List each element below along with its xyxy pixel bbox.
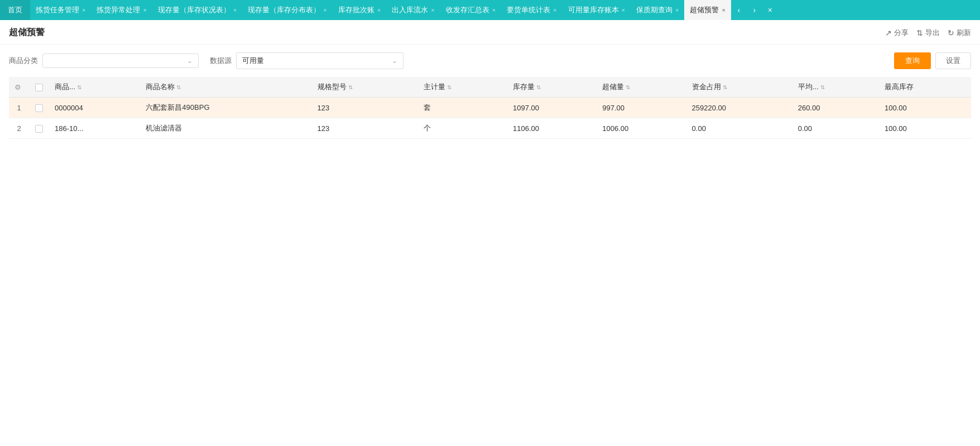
spec-cell: 123 (312, 98, 418, 118)
capital-cell: 259220.00 (686, 98, 792, 118)
avg-col-header[interactable]: 平均... ⇅ (792, 77, 879, 98)
table-row: 2 186-10... 机油滤清器 123 个 1106.00 1006.00 … (9, 118, 971, 139)
max-stock-cell: 100.00 (879, 98, 971, 118)
close-tab-3[interactable]: × (233, 7, 237, 13)
refresh-button[interactable]: ↻ 刷新 (948, 28, 971, 38)
row-number: 1 (9, 98, 29, 118)
refresh-icon: ↻ (948, 28, 954, 37)
row-checkbox-cell (29, 118, 49, 139)
nav-item-11[interactable]: 超储预警 × (684, 0, 731, 20)
query-button[interactable]: 查询 (894, 52, 931, 69)
avg-cell: 0.00 (792, 118, 879, 139)
row-checkbox[interactable] (35, 125, 43, 133)
close-tab-7[interactable]: × (492, 7, 496, 13)
stock-col-header[interactable]: 库存量 ⇅ (507, 77, 597, 98)
overstock-cell: 1006.00 (597, 118, 686, 139)
sort-product-name-icon: ⇅ (176, 84, 181, 90)
data-table: ⚙ 商品... ⇅ 商品名称 ⇅ (9, 77, 971, 139)
close-tab-11[interactable]: × (722, 7, 725, 13)
nav-item-7[interactable]: 收发存汇总表 × (440, 0, 501, 20)
nav-item-10[interactable]: 保质期查询 × (631, 0, 684, 20)
nav-arrow-right[interactable]: › (747, 0, 762, 20)
settings-col-header: ⚙ (9, 77, 29, 98)
nav-item-8[interactable]: 要货单统计表 × (501, 0, 562, 20)
close-tab-1[interactable]: × (82, 7, 85, 13)
unit-cell: 个 (418, 118, 507, 139)
sort-unit-icon: ⇅ (447, 84, 451, 90)
sort-product-code-icon: ⇅ (77, 84, 81, 90)
product-name-cell: 机油滤清器 (140, 118, 311, 139)
spec-col-header[interactable]: 规格型号 ⇅ (312, 77, 418, 98)
export-button[interactable]: ⇅ 导出 (916, 28, 940, 38)
page-title: 超储预警 (9, 27, 45, 38)
datasource-filter: 数据源 可用量 ⌄ (210, 52, 403, 69)
nav-item-1[interactable]: 拣货任务管理 × (30, 0, 91, 20)
close-tab-2[interactable]: × (143, 7, 146, 13)
datasource-value: 可用量 (242, 56, 264, 66)
nav-item-5[interactable]: 库存批次账 × (333, 0, 386, 20)
category-filter: 商品分类 ⌄ (9, 54, 199, 68)
product-name-col-header[interactable]: 商品名称 ⇅ (140, 77, 311, 98)
stock-cell: 1097.00 (507, 98, 597, 118)
datasource-select[interactable]: 可用量 ⌄ (236, 52, 403, 69)
stock-cell: 1106.00 (507, 118, 597, 139)
share-icon: ↗ (885, 28, 892, 37)
close-tab-9[interactable]: × (622, 7, 625, 13)
capital-cell: 0.00 (686, 118, 792, 139)
overstock-cell: 997.00 (597, 98, 686, 118)
datasource-label: 数据源 (210, 56, 232, 66)
table-settings-icon[interactable]: ⚙ (15, 83, 21, 91)
nav-arrow-more[interactable]: × (762, 0, 778, 20)
capital-col-header[interactable]: 资金占用 ⇅ (686, 77, 792, 98)
nav-home[interactable]: 首页 (0, 0, 30, 20)
settings-button[interactable]: 设置 (935, 52, 971, 69)
unit-col-header[interactable]: 主计量 ⇅ (418, 77, 507, 98)
product-code-cell: 186-10... (49, 118, 140, 139)
filter-area: 商品分类 ⌄ 数据源 可用量 ⌄ 查询 设置 (0, 45, 980, 77)
checkbox-col-header (29, 77, 49, 98)
row-number: 2 (9, 118, 29, 139)
max-stock-col-header[interactable]: 最高库存 (879, 77, 971, 98)
max-stock-cell: 100.00 (879, 118, 971, 139)
close-tab-4[interactable]: × (323, 7, 326, 13)
sort-avg-icon: ⇅ (820, 84, 825, 90)
share-button[interactable]: ↗ 分享 (885, 28, 909, 38)
header-actions: ↗ 分享 ⇅ 导出 ↻ 刷新 (885, 28, 971, 38)
product-code-col-header[interactable]: 商品... ⇅ (49, 77, 140, 98)
nav-item-2[interactable]: 拣货异常处理 × (91, 0, 152, 20)
close-tab-5[interactable]: × (377, 7, 381, 13)
product-code-cell: 0000004 (49, 98, 140, 118)
unit-cell: 套 (418, 98, 507, 118)
header-checkbox[interactable] (35, 84, 43, 91)
category-select[interactable]: ⌄ (42, 54, 199, 68)
category-chevron-icon: ⌄ (187, 57, 193, 65)
nav-item-3[interactable]: 现存量（库存状况表） × (152, 0, 242, 20)
nav-arrow-left[interactable]: ‹ (731, 0, 747, 20)
export-icon: ⇅ (916, 28, 923, 37)
close-tab-6[interactable]: × (431, 7, 434, 13)
spec-cell: 123 (312, 118, 418, 139)
page-content: 超储预警 ↗ 分享 ⇅ 导出 ↻ 刷新 商品分类 ⌄ 数据源 (0, 20, 980, 139)
datasource-chevron-icon: ⌄ (392, 57, 397, 65)
table-header-row: ⚙ 商品... ⇅ 商品名称 ⇅ (9, 77, 971, 98)
sort-stock-icon: ⇅ (536, 84, 541, 90)
category-label: 商品分类 (9, 56, 38, 66)
overstock-col-header[interactable]: 超储量 ⇅ (597, 77, 686, 98)
nav-item-9[interactable]: 可用量库存账本 × (563, 0, 631, 20)
filter-actions: 查询 设置 (894, 52, 971, 69)
table-body: 1 0000004 六配套新昌490BPG 123 套 1097.00 997.… (9, 98, 971, 139)
row-checkbox-cell (29, 98, 49, 118)
close-tab-8[interactable]: × (553, 7, 556, 13)
nav-item-6[interactable]: 出入库流水 × (386, 0, 440, 20)
nav-item-4[interactable]: 现存量（库存分布表） × (242, 0, 332, 20)
page-header: 超储预警 ↗ 分享 ⇅ 导出 ↻ 刷新 (0, 20, 980, 45)
table-container: ⚙ 商品... ⇅ 商品名称 ⇅ (0, 77, 980, 139)
product-name-cell: 六配套新昌490BPG (140, 98, 311, 118)
sort-capital-icon: ⇅ (723, 84, 727, 90)
row-checkbox[interactable] (35, 104, 43, 112)
sort-overstock-icon: ⇅ (626, 84, 630, 90)
table-row: 1 0000004 六配套新昌490BPG 123 套 1097.00 997.… (9, 98, 971, 118)
avg-cell: 260.00 (792, 98, 879, 118)
close-tab-10[interactable]: × (675, 7, 679, 13)
sort-spec-icon: ⇅ (348, 84, 353, 90)
